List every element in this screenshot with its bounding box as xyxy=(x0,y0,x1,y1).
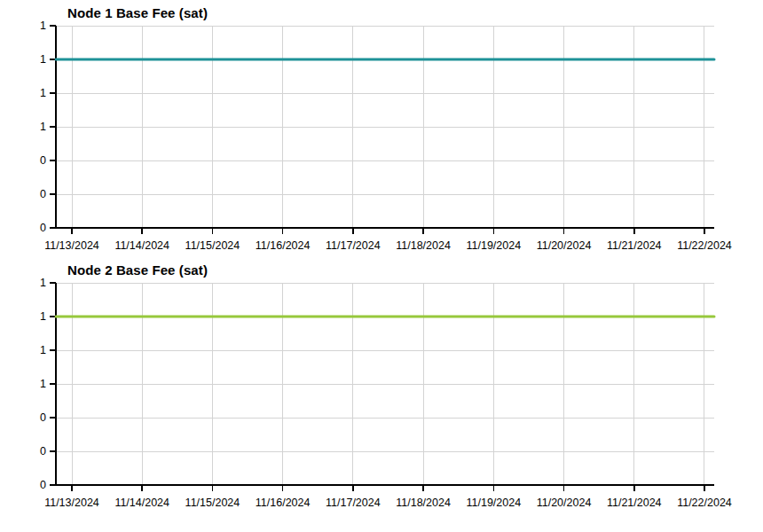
y-tick-label: 1 xyxy=(40,53,46,66)
node-2-chart-plot: 11/13/202411/14/202411/15/202411/16/2024… xyxy=(0,257,763,514)
x-tick-label: 11/16/2024 xyxy=(256,497,311,509)
y-tick-label: 1 xyxy=(40,378,46,390)
x-tick-label: 11/21/2024 xyxy=(607,497,662,509)
x-tick-label: 11/15/2024 xyxy=(185,497,240,509)
x-tick-label: 11/22/2024 xyxy=(677,239,732,252)
x-tick-label: 11/16/2024 xyxy=(256,239,311,252)
y-tick-label: 1 xyxy=(40,121,46,133)
tick-marks xyxy=(50,26,704,234)
y-tick-label: 1 xyxy=(40,20,46,32)
x-tick-label: 11/19/2024 xyxy=(466,497,521,509)
x-tick-label: 11/19/2024 xyxy=(466,239,521,252)
x-tick-label: 11/13/2024 xyxy=(44,497,99,509)
node-2-base-fee-chart: Node 2 Base Fee (sat) 11/13/202411/14/20… xyxy=(0,257,763,514)
tick-labels: 11/13/202411/14/202411/15/202411/16/2024… xyxy=(40,277,732,509)
y-tick-label: 0 xyxy=(40,222,46,234)
x-tick-label: 11/20/2024 xyxy=(537,239,592,252)
x-tick-label: 11/18/2024 xyxy=(396,239,451,252)
y-tick-label: 1 xyxy=(40,277,46,289)
y-tick-label: 0 xyxy=(40,445,46,458)
x-tick-label: 11/14/2024 xyxy=(114,239,169,252)
y-tick-label: 0 xyxy=(40,154,46,167)
x-tick-label: 11/21/2024 xyxy=(607,239,662,252)
tick-labels: 11/13/202411/14/202411/15/202411/16/2024… xyxy=(40,20,732,252)
y-tick-label: 1 xyxy=(40,87,46,99)
y-tick-label: 0 xyxy=(40,479,46,491)
y-tick-label: 0 xyxy=(40,188,46,200)
dual-base-fee-charts: Node 1 Base Fee (sat) 11/13/202411/14/20… xyxy=(0,0,763,532)
x-tick-label: 11/17/2024 xyxy=(326,239,381,252)
x-tick-label: 11/18/2024 xyxy=(396,497,451,509)
x-tick-label: 11/13/2024 xyxy=(44,239,99,252)
x-tick-label: 11/20/2024 xyxy=(537,497,592,509)
x-tick-label: 11/14/2024 xyxy=(114,497,169,509)
x-tick-label: 11/15/2024 xyxy=(185,239,240,252)
y-tick-label: 1 xyxy=(40,310,46,323)
y-tick-label: 0 xyxy=(40,411,46,424)
node-1-chart-plot: 11/13/202411/14/202411/15/202411/16/2024… xyxy=(0,0,763,257)
y-tick-label: 1 xyxy=(40,344,46,356)
x-tick-label: 11/17/2024 xyxy=(326,497,381,509)
x-tick-label: 11/22/2024 xyxy=(677,497,732,509)
gridlines xyxy=(56,283,714,485)
gridlines xyxy=(56,26,714,228)
node-1-base-fee-chart: Node 1 Base Fee (sat) 11/13/202411/14/20… xyxy=(0,0,763,257)
tick-marks xyxy=(50,283,704,491)
